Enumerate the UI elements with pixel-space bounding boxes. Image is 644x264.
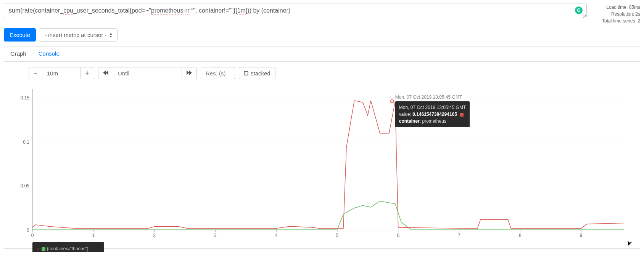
stat-resolution: Resolution: 2s	[591, 11, 640, 18]
checkbox-icon	[244, 71, 248, 75]
time-forward-button[interactable]	[182, 67, 197, 79]
svg-text:6: 6	[397, 233, 399, 238]
stat-total-series: Total time series: 2	[591, 18, 640, 24]
range-input[interactable]	[42, 67, 80, 79]
svg-point-29	[391, 100, 394, 103]
stat-loadtime: Load time: 85ms	[591, 4, 640, 11]
svg-text:5: 5	[336, 233, 339, 238]
tooltip-timestamp: Mon, 07 Oct 2019 13:05:45 GMT	[395, 94, 462, 100]
metric-selector-label: - insert metric at cursor -	[45, 32, 107, 38]
tooltip-swatch	[460, 113, 464, 117]
svg-text:0: 0	[31, 233, 34, 238]
query-stats: Load time: 85ms Resolution: 2s Total tim…	[591, 3, 640, 24]
tooltip-value-line: value: 0.1461547384294165	[399, 111, 466, 118]
range-decrease-button[interactable]: –	[29, 67, 42, 79]
legend: ✓{container="thanos"} ✓{container="prome…	[32, 242, 104, 252]
range-increase-button[interactable]: +	[80, 67, 94, 79]
until-input[interactable]	[113, 67, 182, 79]
execute-button[interactable]: Execute	[4, 28, 36, 42]
svg-text:9: 9	[580, 233, 583, 238]
tooltip-box: Mon, 07 Oct 2019 13:05:45 GMT value: 0.1…	[395, 101, 470, 127]
tooltip-container-line: container: prometheus	[399, 118, 466, 125]
chart-svg[interactable]: 00.050.10.150123456789	[10, 85, 628, 242]
tooltip-line1: Mon, 07 Oct 2019 13:05:45 GMT	[399, 104, 466, 111]
svg-text:0.05: 0.05	[21, 183, 30, 189]
svg-text:1: 1	[92, 233, 95, 238]
tabs: Graph Console	[4, 46, 640, 62]
tab-graph[interactable]: Graph	[4, 46, 32, 61]
query-text: sum(rate(container_cpu_user_seconds_tota…	[9, 7, 290, 14]
grammarly-icon[interactable]: G	[575, 6, 583, 14]
resolution-input[interactable]	[201, 67, 235, 79]
svg-text:4: 4	[275, 233, 278, 238]
stacked-toggle[interactable]: stacked	[239, 67, 275, 79]
forward-icon	[187, 70, 192, 75]
query-input[interactable]: sum(rate(container_cpu_user_seconds_tota…	[4, 3, 587, 18]
chart-area[interactable]: 00.050.10.150123456789 Mon, 07 Oct 2019 …	[10, 85, 634, 242]
svg-text:0.1: 0.1	[23, 139, 29, 145]
svg-text:8: 8	[519, 233, 522, 238]
svg-text:7: 7	[458, 233, 460, 238]
tab-console[interactable]: Console	[32, 46, 66, 61]
time-rewind-button[interactable]	[98, 67, 113, 79]
graph-panel: – + stacked	[4, 62, 640, 249]
legend-item-thanos[interactable]: ✓{container="thanos"}	[36, 245, 99, 252]
cursor-icon: ➤	[625, 239, 634, 248]
caret-updown-icon: ▴▾	[110, 32, 112, 38]
svg-text:3: 3	[214, 233, 217, 238]
svg-text:0: 0	[27, 227, 29, 233]
svg-text:2: 2	[153, 233, 156, 238]
stacked-label: stacked	[251, 70, 270, 77]
metric-selector[interactable]: - insert metric at cursor - ▴▾	[39, 28, 118, 42]
svg-text:0.15: 0.15	[21, 95, 30, 101]
rewind-icon	[103, 70, 108, 75]
